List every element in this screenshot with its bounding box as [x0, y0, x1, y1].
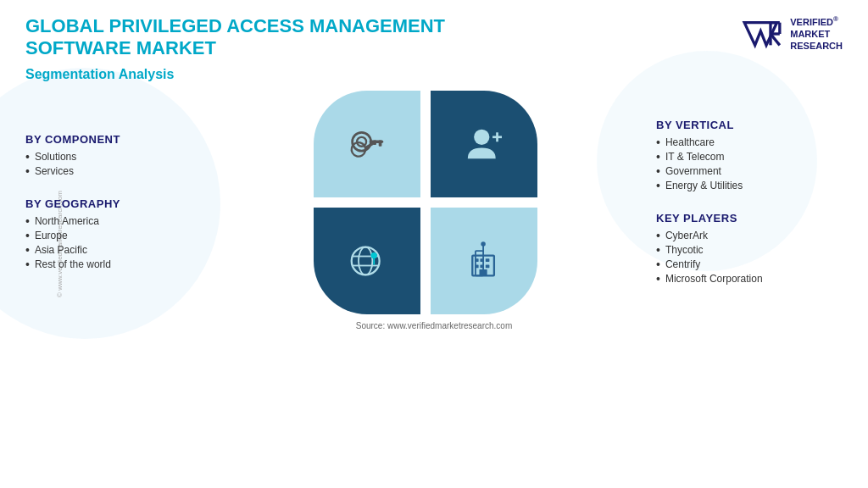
- svg-point-16: [352, 247, 380, 274]
- by-vertical-title: BY VERTICAL: [656, 119, 843, 131]
- page-title: GLOBAL PRIVILEGED ACCESS MANAGEMENT SOFT…: [25, 15, 551, 60]
- by-vertical-list: Healthcare IT & Telecom Government Energ…: [656, 136, 843, 193]
- building-icon: [457, 234, 511, 288]
- list-item: Healthcare: [656, 136, 843, 150]
- center-icons: [314, 91, 537, 314]
- icon-geography: [314, 208, 420, 314]
- keys-icon: [340, 117, 394, 171]
- svg-rect-28: [486, 264, 490, 268]
- svg-rect-29: [480, 269, 487, 275]
- user-icon: [457, 117, 511, 171]
- segment-by-component: BY COMPONENT Solutions Services: [25, 133, 195, 179]
- segment-key-players: KEY PLAYERS CyberArk Thycotic Centrify M…: [656, 212, 843, 286]
- list-item: Microsoft Corporation: [656, 272, 843, 286]
- logo-text: VERIFIED® MARKET RESEARCH: [790, 15, 843, 53]
- svg-point-13: [474, 129, 489, 144]
- svg-point-31: [481, 241, 485, 246]
- left-panel: BY COMPONENT Solutions Services BY GEOGR…: [25, 133, 195, 272]
- logo-area: VERIFIED® MARKET RESEARCH: [741, 15, 843, 53]
- key-players-list: CyberArk Thycotic Centrify Microsoft Cor…: [656, 229, 843, 286]
- svg-rect-30: [482, 245, 484, 251]
- list-item: Services: [25, 164, 195, 179]
- page-wrapper: © www.verifiedmarketresearch.com GLOBAL …: [0, 0, 868, 488]
- list-item: IT & Telecom: [656, 150, 843, 164]
- by-geography-title: BY GEOGRAPHY: [25, 197, 195, 210]
- section-label: Segmentation Analysis: [25, 67, 843, 82]
- svg-rect-24: [480, 258, 484, 262]
- svg-rect-27: [480, 264, 484, 268]
- list-item: Asia Pacific: [25, 243, 195, 258]
- logo-icon: [741, 17, 783, 51]
- svg-rect-9: [379, 140, 382, 146]
- list-item: Europe: [25, 229, 195, 243]
- list-item: Government: [656, 164, 843, 179]
- header: GLOBAL PRIVILEGED ACCESS MANAGEMENT SOFT…: [25, 15, 843, 60]
- icon-vertical: [431, 91, 537, 197]
- icon-players: [431, 208, 537, 314]
- svg-point-17: [359, 247, 372, 274]
- svg-rect-26: [475, 264, 479, 268]
- svg-rect-23: [475, 258, 479, 262]
- list-item: CyberArk: [656, 229, 843, 243]
- svg-point-6: [353, 132, 371, 151]
- list-item: Rest of the world: [25, 258, 195, 272]
- source-text: Source: www.verifiedmarketresearch.com: [25, 321, 843, 330]
- list-item: North America: [25, 214, 195, 229]
- segment-by-geography: BY GEOGRAPHY North America Europe Asia P…: [25, 197, 195, 272]
- svg-rect-25: [486, 258, 490, 262]
- list-item: Centrify: [656, 258, 843, 272]
- globe-icon: [340, 234, 394, 288]
- svg-point-20: [371, 252, 377, 258]
- by-geography-list: North America Europe Asia Pacific Rest o…: [25, 214, 195, 272]
- by-component-list: Solutions Services: [25, 150, 195, 179]
- segment-by-vertical: BY VERTICAL Healthcare IT & Telecom Gove…: [656, 119, 843, 193]
- right-panel: BY VERTICAL Healthcare IT & Telecom Gove…: [656, 119, 843, 286]
- icon-component: [314, 91, 420, 197]
- key-players-title: KEY PLAYERS: [656, 212, 843, 225]
- list-item: Energy & Utilities: [656, 179, 843, 193]
- by-component-title: BY COMPONENT: [25, 133, 195, 146]
- content-area: BY COMPONENT Solutions Services BY GEOGR…: [25, 91, 843, 314]
- list-item: Solutions: [25, 150, 195, 164]
- list-item: Thycotic: [656, 243, 843, 258]
